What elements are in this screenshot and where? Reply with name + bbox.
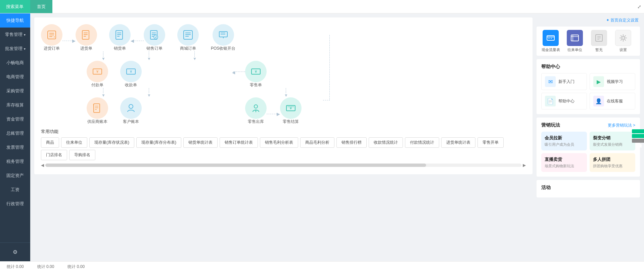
float-btn-service[interactable]: 客服热线 — [632, 129, 644, 133]
qa-none[interactable]: 暂无 — [588, 30, 610, 52]
scroll-bar[interactable] — [45, 164, 521, 167]
sidebar-item-invoice[interactable]: 发票管理 — [0, 140, 30, 154]
beginner-label: 新手入门 — [558, 79, 574, 85]
help-item-beginner[interactable]: ✉ 新手入门 — [541, 73, 587, 90]
gear-icon[interactable]: ⚙ — [0, 246, 30, 258]
func-btn-sales-stat[interactable]: 销货单统计表 — [183, 137, 218, 148]
service-label: 在线客服 — [607, 98, 623, 104]
func-btn-retail-order[interactable]: 零售开单 — [477, 137, 504, 148]
node-mall-order[interactable]: 商城订单 — [177, 24, 199, 51]
node-supplier-account[interactable]: 供应商账本 — [87, 97, 108, 125]
marketing-item-fission[interactable]: 裂变分销 裂变式发展分销商 — [590, 132, 635, 150]
expand-icon[interactable]: ⤢ — [637, 4, 641, 9]
func-btn-product[interactable]: 商品 — [41, 137, 59, 148]
marketing-card: 营销玩法 更多营销玩法 > 会员拉新 吸引用户成为会员 裂变分销 裂变式发展分销… — [537, 118, 640, 177]
sidebar-item-ecommerce[interactable]: 电商管理 — [0, 70, 30, 84]
node-pos[interactable]: POS收银开台 — [211, 24, 235, 51]
qa-settings[interactable]: 设置 — [612, 30, 634, 52]
sales-order-label: 销售订单 — [146, 46, 163, 51]
node-retail-settle[interactable]: ¥ 零售结算 — [280, 97, 302, 125]
marketing-item-member[interactable]: 会员拉新 吸引用户成为会员 — [541, 132, 587, 150]
help-grid: ✉ 新手入门 ▶ 视频学习 📄 帮助中心 👤 在线客服 — [541, 73, 635, 109]
node-retail-out[interactable]: 零售出库 — [245, 97, 267, 125]
svg-point-16 — [154, 35, 158, 39]
sales-order-icon — [144, 24, 165, 46]
tab-home[interactable]: 首页 — [30, 0, 52, 13]
retail-settle-label: 零售结算 — [283, 119, 299, 125]
marketing-item-group[interactable]: 多人拼团 拼团购物享受优惠 — [590, 153, 635, 172]
node-retail-slip[interactable]: ◀ ¥ 零售单 — [245, 61, 267, 88]
node-purchase-slip[interactable]: 进货单 — [76, 24, 97, 51]
common-funcs: 常用功能 商品 往来单位 现存量(库存状况表) 现存量(库存分布表) 销货单统计… — [41, 129, 526, 160]
func-btn-guide-rank[interactable]: 导购排名 — [69, 150, 95, 160]
sidebar-item-purchase[interactable]: 采购管理 — [0, 84, 30, 98]
pos-label: POS收银开台 — [211, 46, 235, 51]
sidebar-item-finance[interactable]: 资金管理 — [0, 112, 30, 126]
retail-out-label: 零售出库 — [248, 119, 264, 125]
receipt-slip-icon: ¥ — [120, 61, 142, 82]
help-item-helpcenter[interactable]: 📄 帮助中心 — [541, 93, 587, 109]
scroll-right-btn[interactable]: ▶ — [523, 163, 526, 168]
func-btn-stock2[interactable]: 现存量(库存分布表) — [136, 137, 181, 148]
search-menu-button[interactable]: 搜索菜单 — [0, 0, 30, 13]
func-btn-store-rank[interactable]: 门店排名 — [41, 150, 67, 160]
sidebar-bottom: ⚙ — [0, 242, 30, 261]
receipt-slip-label: 收款单 — [125, 82, 137, 88]
node-payment-slip[interactable]: ¥ 付款单 — [87, 61, 108, 88]
marketing-grid: 会员拉新 吸引用户成为会员 裂变分销 裂变式发展分销商 直播卖货 场景式购物新玩… — [541, 132, 635, 172]
qa-settings-link[interactable]: ✦ 首页自定义设置 — [606, 17, 639, 23]
node-purchase-order[interactable]: 进货订单 — [41, 24, 62, 51]
units-icon — [567, 30, 583, 46]
flow-card: 进货订单 ▶ 进货单 — [34, 17, 533, 174]
sidebar: 快捷导航 零售管理 ▾ 批发管理 ▾ 小畅电商 电商管理 采购管理 库存核算 资… — [0, 13, 30, 261]
helpcenter-label: 帮助中心 — [558, 98, 574, 104]
activity-title: 活动 — [541, 185, 635, 191]
func-btn-product-gross[interactable]: 商品毛利分析 — [300, 137, 334, 148]
beginner-icon: ✉ — [545, 76, 556, 87]
customer-account-icon — [120, 97, 142, 119]
sidebar-item-retail[interactable]: 零售管理 ▾ — [0, 28, 30, 42]
activity-card: 活动 — [537, 180, 640, 197]
scroll-left-btn[interactable]: ◀ — [41, 163, 44, 168]
sidebar-item-assets[interactable]: 固定资产 — [0, 169, 30, 183]
node-customer-account[interactable]: 客户账本 — [120, 97, 142, 125]
fission-title: 裂变分销 — [593, 135, 632, 141]
none-icon — [591, 30, 607, 46]
qa-cashflow[interactable]: 现金流量表 — [540, 30, 561, 52]
payment-slip-label: 付款单 — [91, 82, 103, 88]
marketing-more-link[interactable]: 更多营销玩法 > — [608, 123, 635, 128]
marketing-item-live[interactable]: 直播卖货 场景式购物新玩法 — [541, 153, 587, 172]
member-title: 会员拉新 — [545, 135, 584, 141]
sidebar-item-quick-nav[interactable]: 快捷导航 — [0, 13, 30, 28]
sidebar-item-inventory[interactable]: 库存核算 — [0, 98, 30, 112]
func-btn-gross-analysis[interactable]: 销售毛利分析表 — [260, 137, 298, 148]
float-btn-community[interactable]: 服务社区 — [632, 134, 644, 138]
func-btn-sales-order-stat[interactable]: 销售订单统计表 — [220, 137, 258, 148]
float-buttons: 客服热线 服务社区 桌面快捷 — [632, 129, 644, 143]
func-btn-stock1[interactable]: 现存量(库存状况表) — [89, 137, 134, 148]
sidebar-item-xiaochang[interactable]: 小畅电商 — [0, 56, 30, 70]
sidebar-item-ledger[interactable]: 总账管理 — [0, 126, 30, 140]
qa-units[interactable]: 往来单位 — [564, 30, 586, 52]
func-btn-receipt-stat[interactable]: 收款情况统计 — [369, 137, 403, 148]
mall-order-icon — [177, 24, 199, 46]
node-sales-order[interactable]: 销售订单 — [144, 24, 165, 51]
func-btn-sales-rank[interactable]: 销售排行榜 — [336, 137, 367, 148]
sidebar-item-tax[interactable]: 税务管理 — [0, 154, 30, 169]
svg-point-37 — [129, 104, 133, 108]
node-receipt-slip[interactable]: ¥ 收款单 — [120, 61, 142, 88]
units-label: 往来单位 — [567, 47, 582, 52]
func-btn-units[interactable]: 往来单位 — [61, 137, 87, 148]
func-btn-payment-stat[interactable]: 付款情况统计 — [405, 137, 439, 148]
customer-account-label: 客户账本 — [123, 119, 139, 125]
sidebar-item-wholesale[interactable]: 批发管理 ▾ — [0, 42, 30, 56]
help-item-video[interactable]: ▶ 视频学习 — [590, 73, 635, 90]
func-btn-purchase-stat[interactable]: 进货单统计表 — [441, 137, 475, 148]
node-sales-slip[interactable]: 销货单 — [109, 24, 131, 51]
sidebar-item-salary[interactable]: 工资 — [0, 183, 30, 197]
sidebar-item-admin[interactable]: 行政管理 — [0, 197, 30, 211]
none-label: 暂无 — [595, 47, 603, 52]
help-item-service[interactable]: 👤 在线客服 — [590, 93, 635, 109]
svg-rect-43 — [547, 36, 554, 40]
float-btn-desktop[interactable]: 桌面快捷 — [632, 139, 644, 143]
